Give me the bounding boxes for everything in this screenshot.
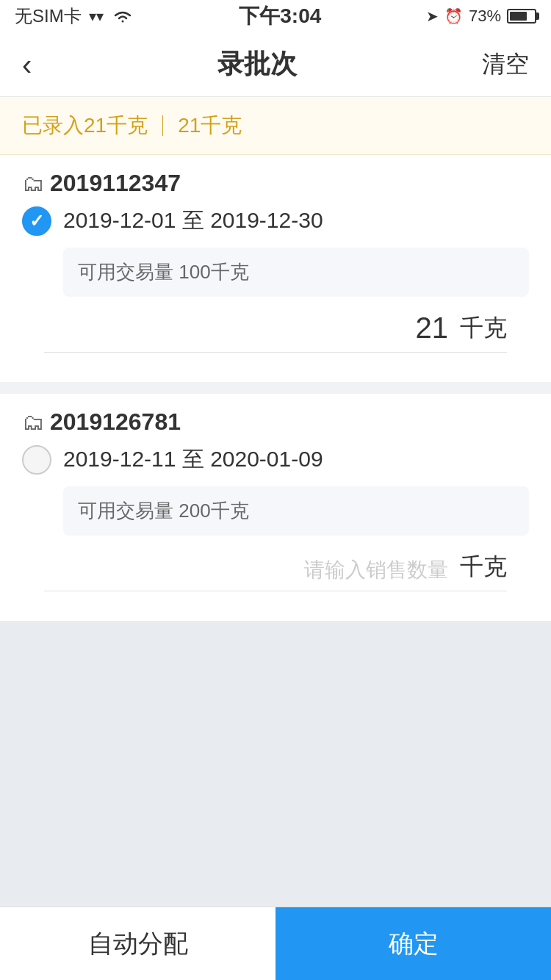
banner-divider [162, 115, 163, 136]
recorded-amount: 已录入21千克 [22, 112, 148, 140]
batch-item-2: 🗂 2019126781 2019-12-11 至 2020-01-09 可用交… [0, 382, 551, 621]
clear-button[interactable]: 清空 [482, 48, 529, 81]
batch-1-amount-row: 千克 [22, 297, 529, 345]
batch-1-divider [44, 352, 507, 353]
status-bar: 无SIM卡 ▾▾ 下午3:04 ➤ ⏰ 73% [0, 0, 551, 32]
batch-1-amount-unit: 千克 [460, 312, 507, 345]
location-icon: ➤ [426, 7, 439, 25]
batch-2-amount-row: 千克 [22, 536, 529, 583]
bottom-bar: 自动分配 确定 [0, 907, 551, 980]
batch-1-number: 2019112347 [50, 170, 181, 197]
batch-1-radio[interactable] [22, 206, 51, 236]
batch-1-header: 🗂 2019112347 [22, 170, 529, 197]
battery-percent: 73% [469, 7, 501, 26]
confirm-button[interactable]: 确定 [276, 907, 551, 980]
batch-icon-1: 🗂 [22, 171, 44, 196]
batch-item-1: 🗂 2019112347 2019-12-01 至 2019-12-30 可用交… [0, 155, 551, 382]
status-time: 下午3:04 [239, 2, 321, 30]
batch-2-amount-input[interactable] [228, 550, 448, 583]
batch-2-divider [44, 591, 507, 591]
page-title: 录批次 [217, 46, 297, 82]
batch-2-date-row: 2019-12-11 至 2020-01-09 [22, 444, 529, 475]
nav-bar: ‹ 录批次 清空 [0, 32, 551, 97]
battery-icon [507, 9, 536, 24]
batch-1-available: 可用交易量 100千克 [63, 248, 529, 297]
sim-text: 无SIM卡 [15, 4, 82, 28]
back-button[interactable]: ‹ [22, 50, 32, 79]
batch-2-radio[interactable] [22, 445, 51, 475]
info-banner: 已录入21千克 21千克 [0, 97, 551, 155]
batch-icon-2: 🗂 [22, 410, 44, 435]
batch-1-date-row: 2019-12-01 至 2019-12-30 [22, 206, 529, 236]
total-amount: 21千克 [178, 112, 242, 140]
batch-2-amount-unit: 千克 [460, 551, 507, 583]
alarm-icon: ⏰ [444, 7, 463, 25]
wifi-signal-icon [111, 8, 134, 24]
wifi-icon: ▾▾ [89, 7, 104, 25]
batch-1-date: 2019-12-01 至 2019-12-30 [63, 206, 323, 236]
status-right: ➤ ⏰ 73% [426, 7, 536, 26]
status-left: 无SIM卡 ▾▾ [15, 4, 134, 28]
batch-2-header: 🗂 2019126781 [22, 408, 529, 436]
batch-list: 🗂 2019112347 2019-12-01 至 2019-12-30 可用交… [0, 155, 551, 621]
batch-2-available: 可用交易量 200千克 [63, 486, 529, 536]
batch-1-amount-input[interactable] [360, 311, 448, 345]
batch-2-number: 2019126781 [50, 408, 181, 436]
batch-2-date: 2019-12-11 至 2020-01-09 [63, 444, 323, 475]
auto-distribute-button[interactable]: 自动分配 [0, 907, 276, 980]
